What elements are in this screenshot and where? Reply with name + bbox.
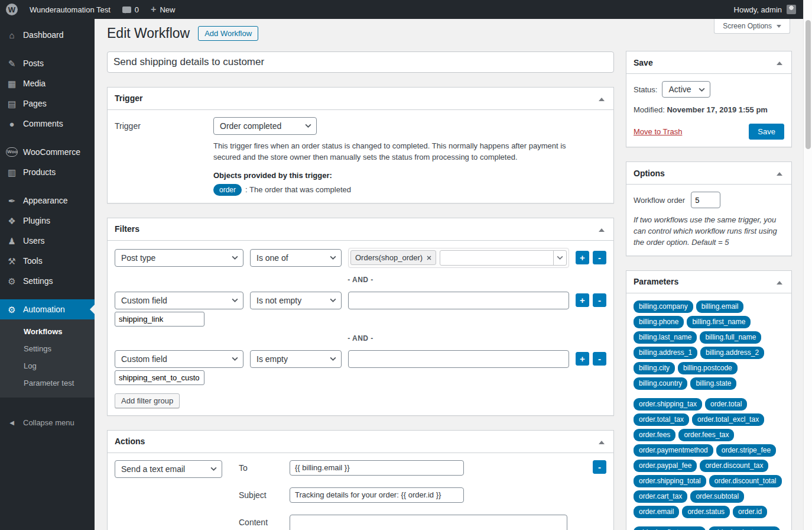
workflow-title-input[interactable] xyxy=(107,51,614,73)
remove-tag-icon[interactable] xyxy=(427,256,431,260)
parameter-badge[interactable]: order.total_excl_tax xyxy=(692,413,764,426)
parameter-badge[interactable]: order.stripe_fee xyxy=(716,444,776,457)
sidebar-item-pages[interactable]: ▤Pages xyxy=(0,93,95,114)
submenu-item-workflows[interactable]: Workflows xyxy=(0,323,95,340)
parameter-badge[interactable]: order.total_tax xyxy=(634,413,689,426)
parameter-badge[interactable]: order.total xyxy=(705,398,747,411)
parameter-badge[interactable]: order.discount_total xyxy=(709,475,782,487)
filter-field-select[interactable]: Custom field xyxy=(115,350,243,368)
parameter-badge[interactable]: order.fees xyxy=(634,429,675,441)
admin-bar-comments[interactable]: 0 xyxy=(116,0,145,19)
screen-options-button[interactable]: Screen Options xyxy=(714,19,790,34)
filter-value-multiselect[interactable]: Orders(shop_order) xyxy=(348,248,569,268)
add-filter-group-button[interactable]: Add filter group xyxy=(115,393,180,408)
subject-input[interactable] xyxy=(290,487,464,503)
parameter-badge[interactable]: billing.postcode xyxy=(678,362,738,374)
sidebar-item-tools[interactable]: ⚒Tools xyxy=(0,251,95,271)
parameter-badge[interactable]: billing.last_name xyxy=(634,331,697,344)
parameter-badge[interactable]: order.paymentmethod xyxy=(634,444,713,457)
sidebar-item-plugins[interactable]: ❖Plugins xyxy=(0,211,95,231)
filter-operator-select[interactable]: Is one of xyxy=(250,249,342,267)
remove-action-button[interactable]: - xyxy=(593,460,606,474)
admin-bar-site-name[interactable]: Wunderautomation Test xyxy=(24,0,116,19)
parameter-badge[interactable]: shipping.first_name xyxy=(634,526,706,530)
parameter-badge[interactable]: billing.full_name xyxy=(700,331,761,344)
parameter-badge[interactable]: order.id xyxy=(733,506,767,518)
parameter-badge[interactable]: billing.first_name xyxy=(687,316,751,328)
sidebar-item-media[interactable]: ▦Media xyxy=(0,73,95,93)
filter-field-select[interactable]: Post type xyxy=(115,249,243,267)
remove-filter-button[interactable]: - xyxy=(593,352,606,366)
toggle-panel-icon[interactable] xyxy=(775,167,784,179)
add-workflow-button[interactable]: Add Workflow xyxy=(198,26,258,41)
wordpress-logo-menu[interactable]: W xyxy=(0,0,24,19)
admin-bar-new[interactable]: + New xyxy=(145,0,181,19)
add-filter-button[interactable]: + xyxy=(576,251,589,264)
sidebar-item-users[interactable]: ♟Users xyxy=(0,231,95,251)
options-panel-header[interactable]: Options xyxy=(626,162,791,185)
parameter-badge[interactable]: order.email xyxy=(634,506,679,518)
remove-filter-button[interactable]: - xyxy=(593,251,606,264)
add-filter-button[interactable]: + xyxy=(576,352,589,366)
trigger-panel-header[interactable]: Trigger xyxy=(108,88,613,110)
toggle-panel-icon[interactable] xyxy=(597,93,606,104)
sidebar-item-dashboard[interactable]: ⌂Dashboard xyxy=(0,25,95,45)
toggle-panel-icon[interactable] xyxy=(775,276,784,287)
parameter-badge[interactable]: billing.address_2 xyxy=(700,347,764,359)
action-type-select[interactable]: Send a text email xyxy=(115,460,222,478)
filters-panel-header[interactable]: Filters xyxy=(108,218,613,241)
sidebar-item-woocommerce[interactable]: WooWooCommerce xyxy=(0,142,95,162)
status-select[interactable]: Active xyxy=(662,81,710,98)
submenu-item-settings[interactable]: Settings xyxy=(0,340,95,357)
sidebar-item-comments[interactable]: ●Comments xyxy=(0,114,95,134)
admin-bar-account[interactable]: Howdy, admin xyxy=(734,0,803,19)
parameter-badge[interactable]: billing.city xyxy=(634,362,675,374)
content-textarea[interactable] xyxy=(290,515,567,530)
save-button[interactable]: Save xyxy=(749,124,784,140)
filter-operator-select[interactable]: Is empty xyxy=(250,350,342,368)
scrollbar-thumb[interactable] xyxy=(805,20,811,149)
parameter-badge[interactable]: order.fees_tax xyxy=(678,429,734,441)
parameter-badge[interactable]: order.cart_tax xyxy=(634,490,687,503)
to-input[interactable] xyxy=(290,460,464,476)
parameters-panel-header[interactable]: Parameters xyxy=(626,271,791,293)
filter-field-select[interactable]: Custom field xyxy=(115,292,243,309)
collapse-menu-button[interactable]: ◀ Collapse menu xyxy=(0,413,95,432)
chevron-down-icon[interactable] xyxy=(553,251,566,265)
move-to-trash-link[interactable]: Move to Trash xyxy=(634,127,682,136)
parameter-badge[interactable]: billing.address_1 xyxy=(634,347,697,359)
submenu-item-parameter-test[interactable]: Parameter test xyxy=(0,374,95,392)
parameter-badge[interactable]: order.shipping_tax xyxy=(634,398,702,411)
add-filter-button[interactable]: + xyxy=(576,293,589,307)
toggle-panel-icon[interactable] xyxy=(775,57,784,68)
toggle-panel-icon[interactable] xyxy=(597,436,606,447)
workflow-order-input[interactable] xyxy=(691,192,720,208)
submenu-item-log[interactable]: Log xyxy=(0,357,95,374)
remove-filter-button[interactable]: - xyxy=(593,293,606,307)
filter-value-input[interactable] xyxy=(348,350,569,368)
parameter-badge[interactable]: billing.company xyxy=(634,300,693,313)
sidebar-item-posts[interactable]: ✎Posts xyxy=(0,53,95,73)
actions-panel-header[interactable]: Actions xyxy=(108,431,613,453)
parameter-badge[interactable]: order.status xyxy=(682,506,730,518)
parameter-badge[interactable]: order.shipping_total xyxy=(634,475,706,487)
parameter-badge[interactable]: billing.country xyxy=(634,377,687,390)
parameter-badge[interactable]: billing.state xyxy=(690,377,736,390)
save-panel-header[interactable]: Save xyxy=(626,51,791,74)
sidebar-item-appearance[interactable]: ✒Appearance xyxy=(0,190,95,211)
parameter-badge[interactable]: order.paypal_fee xyxy=(634,460,697,472)
toggle-panel-icon[interactable] xyxy=(597,224,606,235)
parameter-badge[interactable]: billing.email xyxy=(696,300,744,313)
parameter-badge[interactable]: order.discount_tax xyxy=(700,460,768,472)
filter-value-input[interactable] xyxy=(348,292,569,309)
sidebar-item-products[interactable]: ▥Products xyxy=(0,162,95,182)
sidebar-item-settings[interactable]: ⚙Settings xyxy=(0,271,95,291)
parameter-badge[interactable]: shipping.last_name xyxy=(709,526,780,530)
parameter-badge[interactable]: order.subtotal xyxy=(690,490,744,503)
parameter-badge[interactable]: billing.phone xyxy=(634,316,684,328)
custom-field-key-input[interactable] xyxy=(115,312,204,327)
filter-operator-select[interactable]: Is not empty xyxy=(250,292,342,309)
trigger-select[interactable]: Order completed xyxy=(213,117,317,135)
custom-field-key-input[interactable] xyxy=(115,370,204,385)
sidebar-item-automation[interactable]: ⚙Automation xyxy=(0,299,95,319)
